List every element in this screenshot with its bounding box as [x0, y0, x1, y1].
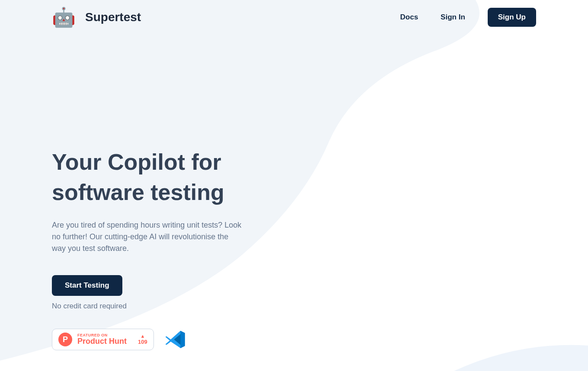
upvote-triangle-icon: ▲: [140, 334, 145, 339]
vscode-link[interactable]: [164, 329, 186, 350]
product-hunt-badge[interactable]: P FEATURED ON Product Hunt ▲ 109: [52, 329, 154, 350]
logo-group[interactable]: 🤖 Supertest: [52, 8, 141, 27]
product-hunt-votes: 109: [138, 339, 147, 345]
hero-subtitle: Are you tired of spending hours writing …: [52, 219, 242, 254]
hero-title: Your Copilot for software testing: [52, 147, 285, 207]
brand-name: Supertest: [85, 10, 141, 24]
robot-icon: 🤖: [52, 8, 76, 27]
start-testing-button[interactable]: Start Testing: [52, 275, 122, 296]
badges-row: P FEATURED ON Product Hunt ▲ 109: [52, 329, 285, 350]
vscode-icon: [164, 329, 186, 350]
signup-button[interactable]: Sign Up: [488, 8, 536, 27]
no-credit-card-text: No credit card required: [52, 302, 285, 311]
product-hunt-icon: P: [58, 333, 72, 346]
product-hunt-name: Product Hunt: [77, 337, 127, 346]
site-header: 🤖 Supertest Docs Sign In Sign Up: [52, 0, 536, 35]
hero-section: Your Copilot for software testing Are yo…: [52, 35, 285, 350]
main-nav: Docs Sign In Sign Up: [400, 8, 536, 27]
nav-docs[interactable]: Docs: [400, 13, 419, 22]
nav-signin[interactable]: Sign In: [441, 13, 465, 22]
